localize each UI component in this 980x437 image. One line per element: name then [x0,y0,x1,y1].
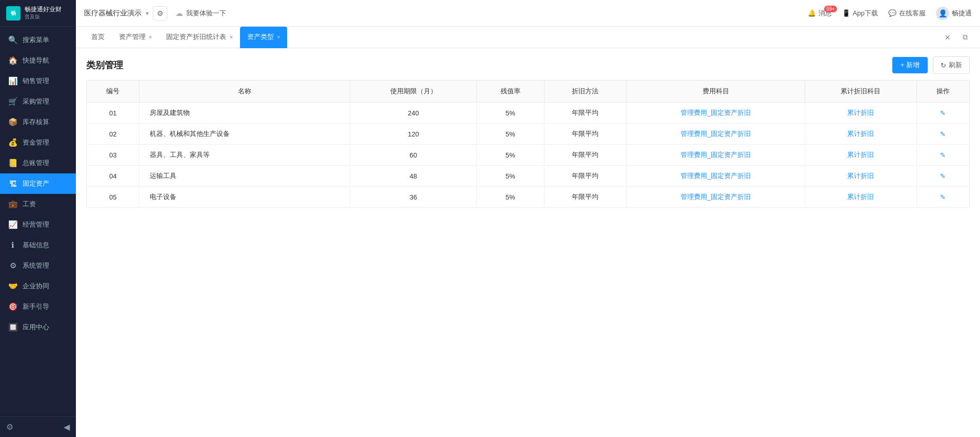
cell-0-7[interactable]: ✎ [916,103,969,124]
user-avatar: 👤 [936,7,949,20]
online-service-button[interactable]: 💬 在线客服 [888,9,926,18]
sidebar-item-fixed-assets[interactable]: 🏗 固定资产 [0,173,76,194]
quicknav-icon: 🏠 [8,56,17,65]
sidebar-item-app-center[interactable]: 🔲 应用中心 [0,317,76,337]
sidebar: 畅 畅捷通好业财 普及版 🔍 搜索菜单 🏠 快捷导航 📊 销售管理 🛒 采购管理… [0,0,76,437]
sidebar-item-operations[interactable]: 📈 经营管理 [0,214,76,235]
cell-1-1: 机器、机械和其他生产设备 [139,124,350,145]
collapse-icon[interactable]: ◀ [64,422,70,432]
close-window-button[interactable]: ✕ [941,31,954,44]
sidebar-item-purchase[interactable]: 🛒 采购管理 [0,91,76,112]
tab-close-depreciation-table[interactable]: × [229,34,232,40]
cell-2-6: 累计折旧 [805,145,916,166]
cell-4-5: 管理费用_固定资产折旧 [627,187,805,208]
basic-info-icon: ℹ [8,241,17,250]
maximize-window-button[interactable]: ⧉ [958,31,972,44]
cell-4-7[interactable]: ✎ [916,187,969,208]
sidebar-item-inventory[interactable]: 📦 库存核算 [0,112,76,132]
category-table: 编号名称使用期限（月）残值率折旧方法费用科目累计折旧科目操作 01房屋及建筑物2… [86,80,970,208]
tab-label-home: 首页 [91,32,105,42]
sidebar-label-guide: 新手引导 [23,302,49,311]
cloud-icon: ☁ [175,9,183,18]
sales-icon: 📊 [8,76,17,86]
sidebar-item-system[interactable]: ⚙ 系统管理 [0,255,76,276]
sidebar-item-sales[interactable]: 📊 销售管理 [0,71,76,91]
header-actions: + 新增 ↻ 刷新 [892,56,970,74]
cell-2-7[interactable]: ✎ [916,145,969,166]
tab-home[interactable]: 首页 [84,27,112,48]
notification-badge: 99+ [824,6,837,12]
cell-2-3: 5% [476,145,544,166]
cell-2-0: 03 [87,145,139,166]
table-row: 02机器、机械和其他生产设备1205%年限平均管理费用_固定资产折旧累计折旧✎ [87,124,970,145]
notifications-button[interactable]: 🔔 消息 99+ [808,9,832,18]
sidebar-item-guide[interactable]: 🎯 新手引导 [0,296,76,317]
operations-icon: 📈 [8,220,17,229]
sidebar-label-fixed-assets: 固定资产 [23,179,49,188]
col-header-4: 折旧方法 [544,81,626,103]
app-logo: 畅 [6,6,21,21]
cell-3-1: 运输工具 [139,166,350,187]
sidebar-item-funds[interactable]: 💰 资金管理 [0,132,76,153]
cell-0-4: 年限平均 [544,103,626,124]
cell-1-7[interactable]: ✎ [916,124,969,145]
inventory-icon: 📦 [8,117,17,127]
sidebar-label-funds: 资金管理 [23,138,49,147]
cell-3-7[interactable]: ✎ [916,166,969,187]
col-header-7: 操作 [916,81,969,103]
cell-2-4: 年限平均 [544,145,626,166]
sidebar-item-salary[interactable]: 💼 工资 [0,194,76,214]
cell-1-4: 年限平均 [544,124,626,145]
tab-label-depreciation-table: 固定资产折旧统计表 [166,32,226,42]
user-menu[interactable]: 👤 畅捷通 [936,7,972,20]
cell-4-0: 05 [87,187,139,208]
service-icon: 💬 [888,9,896,17]
sidebar-label-cooperation: 企业协同 [23,282,49,291]
tab-asset-type[interactable]: 资产类型 × [240,27,287,48]
refresh-button[interactable]: ↻ 刷新 [933,56,970,74]
system-icon: ⚙ [8,261,17,270]
sidebar-label-inventory: 库存核算 [23,117,49,127]
cell-2-2: 60 [350,145,476,166]
col-header-1: 名称 [139,81,350,103]
topbar-settings-icon[interactable]: ⚙ [153,6,167,21]
cell-2-1: 器具、工具、家具等 [139,145,350,166]
refresh-icon: ↻ [941,62,946,69]
cell-4-3: 5% [476,187,544,208]
col-header-0: 编号 [87,81,139,103]
cell-0-3: 5% [476,103,544,124]
cell-1-3: 5% [476,124,544,145]
cell-1-0: 02 [87,124,139,145]
app-download-button[interactable]: 📱 App下载 [842,9,878,18]
cell-1-5: 管理费用_固定资产折旧 [627,124,805,145]
table-row: 04运输工具485%年限平均管理费用_固定资产折旧累计折旧✎ [87,166,970,187]
download-icon: 📱 [842,9,850,17]
sidebar-item-basic-info[interactable]: ℹ 基础信息 [0,235,76,255]
topbar: 医疗器械行业演示 ▾ ⚙ ☁ 我要体验一下 🔔 消息 99+ 📱 App下载 💬… [76,0,980,27]
tab-close-asset-type[interactable]: × [277,34,280,40]
app-selector-label[interactable]: 医疗器械行业演示 [84,9,142,18]
sidebar-header: 畅 畅捷通好业财 普及版 [0,0,76,27]
guide-icon: 🎯 [8,302,17,311]
sidebar-label-basic-info: 基础信息 [23,241,49,250]
table-row: 01房屋及建筑物2405%年限平均管理费用_固定资产折旧累计折旧✎ [87,103,970,124]
table-body: 01房屋及建筑物2405%年限平均管理费用_固定资产折旧累计折旧✎02机器、机械… [87,103,970,208]
sidebar-label-purchase: 采购管理 [23,97,49,106]
table-header-row: 编号名称使用期限（月）残值率折旧方法费用科目累计折旧科目操作 [87,81,970,103]
cell-4-4: 年限平均 [544,187,626,208]
sidebar-item-quicknav[interactable]: 🏠 快捷导航 [0,50,76,71]
cell-0-2: 240 [350,103,476,124]
experience-button[interactable]: ☁ 我要体验一下 [175,9,226,18]
cell-2-5: 管理费用_固定资产折旧 [627,145,805,166]
sidebar-item-search[interactable]: 🔍 搜索菜单 [0,30,76,50]
search-icon: 🔍 [8,35,17,45]
col-header-6: 累计折旧科目 [805,81,916,103]
new-button[interactable]: + 新增 [892,57,928,73]
tab-depreciation-table[interactable]: 固定资产折旧统计表 × [159,27,239,48]
sidebar-item-ledger[interactable]: 📒 总账管理 [0,153,76,173]
sidebar-item-cooperation[interactable]: 🤝 企业协同 [0,276,76,296]
app-selector-dropdown-icon[interactable]: ▾ [146,10,149,17]
tab-asset-mgmt[interactable]: 资产管理 × [112,27,159,48]
tab-close-asset-mgmt[interactable]: × [149,34,152,40]
settings-icon[interactable]: ⚙ [6,422,13,432]
